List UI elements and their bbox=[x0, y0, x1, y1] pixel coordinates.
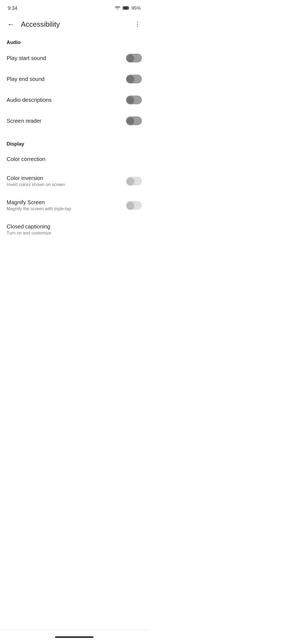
toggle-thumb bbox=[127, 117, 134, 124]
toggle-track bbox=[126, 201, 142, 210]
play-start-sound-row[interactable]: Play start sound bbox=[0, 48, 148, 69]
color-correction-row[interactable]: Color correction bbox=[0, 149, 148, 169]
screen-reader-toggle[interactable] bbox=[126, 116, 142, 125]
audio-descriptions-toggle[interactable] bbox=[126, 95, 142, 104]
screen-reader-row[interactable]: Screen reader bbox=[0, 110, 148, 131]
color-correction-label: Color correction bbox=[7, 156, 45, 162]
section-spacer bbox=[0, 131, 148, 136]
back-button[interactable]: ← bbox=[4, 18, 18, 31]
status-bar: 9:34 95% bbox=[0, 0, 148, 14]
play-end-sound-label: Play end sound bbox=[7, 76, 45, 82]
toggle-thumb bbox=[127, 178, 134, 185]
magnify-screen-toggle[interactable] bbox=[126, 201, 142, 210]
app-bar: ← Accessibility ⋮ bbox=[0, 14, 148, 34]
status-icons: 95% bbox=[114, 6, 141, 11]
more-options-icon: ⋮ bbox=[134, 21, 141, 28]
audio-descriptions-row[interactable]: Audio descriptions bbox=[0, 89, 148, 110]
toggle-track bbox=[126, 177, 142, 185]
toggle-thumb bbox=[127, 54, 134, 62]
color-inversion-toggle[interactable] bbox=[126, 177, 142, 185]
closed-captioning-row[interactable]: Closed captioning Turn on and customize bbox=[0, 217, 148, 242]
display-section-header: Display bbox=[0, 136, 148, 149]
toggle-thumb bbox=[127, 96, 134, 103]
magnify-screen-label: Magnify Screen bbox=[7, 199, 71, 206]
display-section: Display Color correction Color inversion… bbox=[0, 136, 148, 242]
toggle-thumb bbox=[127, 202, 134, 209]
screen-reader-label: Screen reader bbox=[7, 118, 42, 124]
play-end-sound-row[interactable]: Play end sound bbox=[0, 69, 148, 89]
toggle-thumb bbox=[127, 75, 134, 83]
svg-rect-2 bbox=[123, 7, 128, 9]
more-options-button[interactable]: ⋮ bbox=[131, 18, 144, 31]
svg-rect-1 bbox=[128, 7, 129, 9]
status-time: 9:34 bbox=[8, 6, 17, 11]
magnify-screen-sublabel: Magnify the screen with triple-tap bbox=[7, 206, 71, 211]
audio-descriptions-label: Audio descriptions bbox=[7, 97, 51, 103]
audio-section: Audio Play start sound Play end sound Au… bbox=[0, 34, 148, 131]
page-title: Accessibility bbox=[21, 20, 131, 29]
toggle-track bbox=[126, 95, 142, 104]
back-arrow-icon: ← bbox=[7, 20, 15, 29]
closed-captioning-label: Closed captioning bbox=[7, 223, 51, 230]
play-start-sound-label: Play start sound bbox=[7, 55, 46, 61]
closed-captioning-sublabel: Turn on and customize bbox=[7, 231, 51, 236]
battery-percent: 95% bbox=[131, 6, 141, 11]
play-end-sound-toggle[interactable] bbox=[126, 75, 142, 83]
color-inversion-label: Color inversion bbox=[7, 175, 65, 181]
color-inversion-sublabel: Invert colors shown on screen bbox=[7, 182, 65, 187]
wifi-icon bbox=[114, 6, 120, 11]
toggle-track bbox=[126, 116, 142, 125]
audio-section-header: Audio bbox=[0, 34, 148, 48]
magnify-screen-row[interactable]: Magnify Screen Magnify the screen with t… bbox=[0, 193, 148, 217]
toggle-track bbox=[126, 75, 142, 83]
toggle-track bbox=[126, 54, 142, 62]
battery-icon bbox=[123, 6, 129, 11]
play-start-sound-toggle[interactable] bbox=[126, 54, 142, 62]
color-inversion-row[interactable]: Color inversion Invert colors shown on s… bbox=[0, 169, 148, 193]
